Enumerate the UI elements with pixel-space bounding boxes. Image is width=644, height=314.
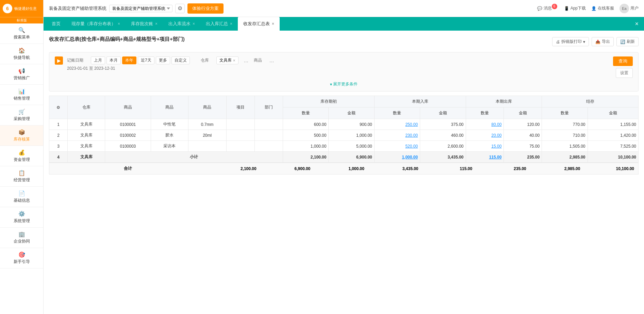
cell-open-qty-0: 600.00 xyxy=(283,119,329,130)
cell-out-qty-2[interactable]: 15.00 xyxy=(466,141,504,152)
cell-in-qty-1[interactable]: 230.00 xyxy=(374,130,420,141)
tab-recv_send[interactable]: 收发存汇总表× xyxy=(238,17,280,31)
data-table: ⚙ 仓库 商品 商品 商品 项目 部门 库存期初 本期入库 本期出库 结存 数量 xyxy=(49,96,639,163)
export-icon: 📤 xyxy=(595,39,600,44)
tab-batch[interactable]: 库存批次账× xyxy=(126,17,163,31)
sidebar-item-system[interactable]: ⚙️系统管理 xyxy=(0,207,43,228)
date-7days-btn[interactable]: 近7天 xyxy=(138,56,154,64)
tab-inout_flow[interactable]: 出入库流水× xyxy=(163,17,200,31)
tab-inventory_dist[interactable]: 现存量（库存分布表）× xyxy=(66,17,126,31)
tab-label-inout_flow: 出入库流水 xyxy=(168,21,191,27)
cell-in-qty-0[interactable]: 250.00 xyxy=(374,119,420,130)
cell-code-0: 0100001 xyxy=(105,119,151,130)
tab-close-inventory_dist[interactable]: × xyxy=(118,21,120,26)
total-in-qty: 1,000.00 xyxy=(312,166,366,171)
nav-icon-operations: 📋 xyxy=(18,170,25,176)
nav-icon-finance: 💰 xyxy=(18,149,25,156)
cell-in-qty-2[interactable]: 520.00 xyxy=(374,141,420,152)
cell-out-amt-1: 40.00 xyxy=(504,130,542,141)
trial-button[interactable]: 体验行业方案 xyxy=(187,3,224,14)
tab-close-recv_send[interactable]: × xyxy=(272,21,274,26)
expand-label: 展开更多条件 xyxy=(333,81,358,87)
refresh-btn[interactable]: 🔄 刷新 xyxy=(616,37,639,46)
cell-out-qty-0[interactable]: 80.00 xyxy=(466,119,504,130)
sidebar-item-search[interactable]: 🔍搜索菜单 xyxy=(0,23,43,44)
cell-spec-1: 20ml xyxy=(188,130,226,141)
sidebar-item-basic[interactable]: 📄基础信息 xyxy=(0,187,43,207)
system-selector[interactable]: 装备及固定资产辅助管理系统 xyxy=(109,5,172,12)
date-prev-month-btn[interactable]: 上月 xyxy=(91,56,105,64)
nav-icon-system: ⚙️ xyxy=(18,211,25,217)
expand-icon: ▾ xyxy=(330,82,332,87)
th-project: 项目 xyxy=(226,96,254,119)
sidebar-item-operations[interactable]: 📋经营管理 xyxy=(0,166,43,187)
sub-in-qty[interactable]: 1,000.00 xyxy=(374,152,420,163)
user-label: 用户 xyxy=(630,5,639,11)
query-btn[interactable]: 查询 xyxy=(613,56,633,66)
th-in-qty: 数量 xyxy=(374,108,420,119)
message-btn[interactable]: 💬 消息 6 xyxy=(537,5,559,11)
logo-area: 6 畅捷通好生意 xyxy=(0,0,43,17)
app-download-btn[interactable]: 📱 App下载 xyxy=(564,5,586,11)
date-curr-month-btn[interactable]: 本月 xyxy=(106,56,121,64)
filter-settings-btn[interactable]: 设置 xyxy=(616,68,633,78)
cell-name-0: 中性笔 xyxy=(151,119,188,130)
sidebar-item-quick[interactable]: 🏠快捷导航 xyxy=(0,44,43,64)
warehouse-remove-btn[interactable]: × xyxy=(233,58,235,63)
date-buttons: 上月 本月 本年 近7天 更多 自定义 xyxy=(91,56,190,64)
expand-filter-btn[interactable]: ▾ 展开更多条件 xyxy=(330,81,358,87)
nav-icon-basic: 📄 xyxy=(18,190,25,197)
sub-in-amt: 3,435.00 xyxy=(420,152,466,163)
tab-inout_summary[interactable]: 出入库汇总× xyxy=(200,17,238,31)
app-icon: 📱 xyxy=(564,6,569,11)
export-label: 导出 xyxy=(602,39,610,45)
tab-label-batch: 库存批次账 xyxy=(131,21,153,27)
date-more-btn[interactable]: 更多 xyxy=(156,56,170,64)
tab-label-recv_send: 收发存汇总表 xyxy=(243,21,270,27)
page-content: 收发存汇总表(按仓库+商品编码+商品+规格型号+项目+部门) 🖨 拆镜版打印 ▾… xyxy=(44,31,644,314)
header-right: 💬 消息 6 📱 App下载 👤 在线客服 Ea 用户 xyxy=(537,4,639,13)
system-title: 装备及固定资产辅助管理系统 xyxy=(49,5,106,12)
online-service-btn[interactable]: 👤 在线客服 xyxy=(591,5,614,11)
cell-out-amt-0: 120.00 xyxy=(504,119,542,130)
nav-label-quick: 快捷导航 xyxy=(14,55,30,61)
cell-dept-1 xyxy=(254,130,283,141)
sidebar-item-sales[interactable]: 📊销售管理 xyxy=(0,85,43,105)
sidebar-item-purchase[interactable]: 🛒采购管理 xyxy=(0,105,43,126)
tab-close-inout_flow[interactable]: × xyxy=(193,21,195,26)
user-btn[interactable]: Ea 用户 xyxy=(620,4,639,13)
tab-close-inout_summary[interactable]: × xyxy=(230,21,232,26)
avatar: Ea xyxy=(620,4,629,13)
export-btn[interactable]: 📤 导出 xyxy=(592,37,614,46)
close-all-tabs-btn[interactable]: × xyxy=(632,19,641,29)
sidebar-item-guide[interactable]: 🎯新手引导 xyxy=(0,248,43,268)
nav-icon-quick: 🏠 xyxy=(18,47,25,54)
sidebar-item-inventory[interactable]: 📦库存核算 xyxy=(0,126,43,146)
sub-open-qty: 2,100.00 xyxy=(283,152,329,163)
th-warehouse: 仓库 xyxy=(67,96,105,119)
sidebar-item-enterprise[interactable]: 🏢企业协同 xyxy=(0,228,43,248)
cell-out-qty-1[interactable]: 20.00 xyxy=(466,130,504,141)
page-title: 收发存汇总表(按仓库+商品编码+商品+规格型号+项目+部门) xyxy=(49,36,185,43)
product-more-btn[interactable]: ... xyxy=(269,57,274,64)
cell-open-amt-2: 5,000.00 xyxy=(329,141,374,152)
cell-in-amt-1: 460.00 xyxy=(420,130,466,141)
date-curr-year-btn[interactable]: 本年 xyxy=(122,56,136,64)
filter-toggle-btn[interactable]: ▶ xyxy=(55,56,63,65)
tab-label-inventory_dist: 现存量（库存分布表） xyxy=(71,21,116,27)
th-close-qty: 数量 xyxy=(542,108,588,119)
tab-home[interactable]: 首页 xyxy=(46,17,66,31)
th-code: 商品 xyxy=(105,96,151,119)
warehouse-more-btn[interactable]: ... xyxy=(244,57,248,64)
nav-label-operations: 经营管理 xyxy=(14,177,30,183)
sidebar-item-finance[interactable]: 💰资金管理 xyxy=(0,146,43,166)
print-btn[interactable]: 🖨 拆镜版打印 ▾ xyxy=(552,37,589,46)
settings-icon-btn[interactable]: ⚙ xyxy=(175,4,185,13)
th-out-qty: 数量 xyxy=(466,108,504,119)
sub-out-qty[interactable]: 115.00 xyxy=(466,152,504,163)
sidebar-item-marketing[interactable]: 📢营销推广 xyxy=(0,64,43,85)
date-custom-btn[interactable]: 自定义 xyxy=(171,56,190,64)
nav-icon-sales: 📊 xyxy=(18,88,25,95)
tab-close-batch[interactable]: × xyxy=(155,21,158,26)
warehouse-name: 文具库 xyxy=(219,57,232,63)
